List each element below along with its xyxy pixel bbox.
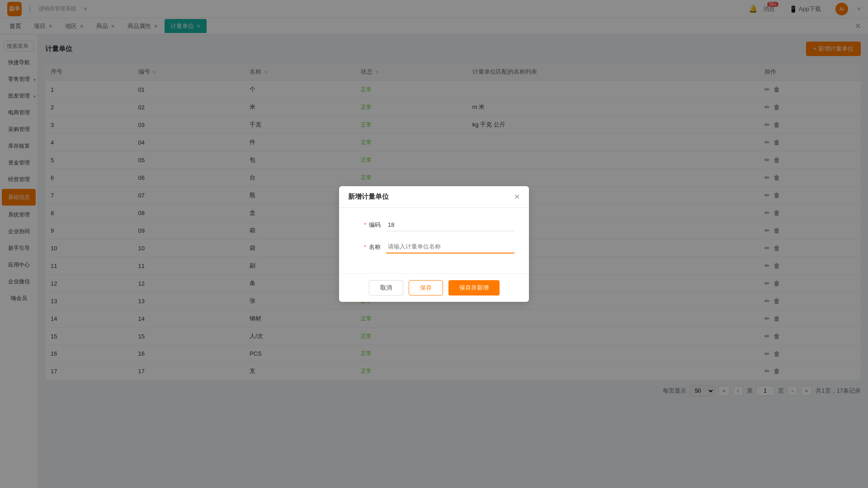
name-input[interactable] — [386, 240, 514, 253]
modal-overlay[interactable]: 新增计量单位 ✕ * 编码 * 名称 取消 保存 保存并新增 — [0, 0, 868, 488]
code-input[interactable] — [386, 219, 514, 231]
add-unit-modal: 新增计量单位 ✕ * 编码 * 名称 取消 保存 保存并新增 — [339, 186, 529, 302]
cancel-button[interactable]: 取消 — [369, 280, 403, 296]
modal-title: 新增计量单位 — [348, 192, 389, 201]
modal-footer: 取消 保存 保存并新增 — [339, 273, 529, 302]
save-button[interactable]: 保存 — [409, 280, 443, 296]
name-form-row: * 名称 — [354, 240, 514, 253]
code-required-mark: * — [364, 221, 366, 228]
modal-close-btn[interactable]: ✕ — [514, 192, 520, 201]
save-and-add-button[interactable]: 保存并新增 — [448, 280, 500, 296]
modal-body: * 编码 * 名称 — [339, 208, 529, 273]
code-label: * 编码 — [354, 221, 381, 229]
name-label: * 名称 — [354, 243, 381, 251]
code-form-row: * 编码 — [354, 219, 514, 231]
modal-header: 新增计量单位 ✕ — [339, 186, 529, 208]
name-required-mark: * — [364, 244, 366, 250]
